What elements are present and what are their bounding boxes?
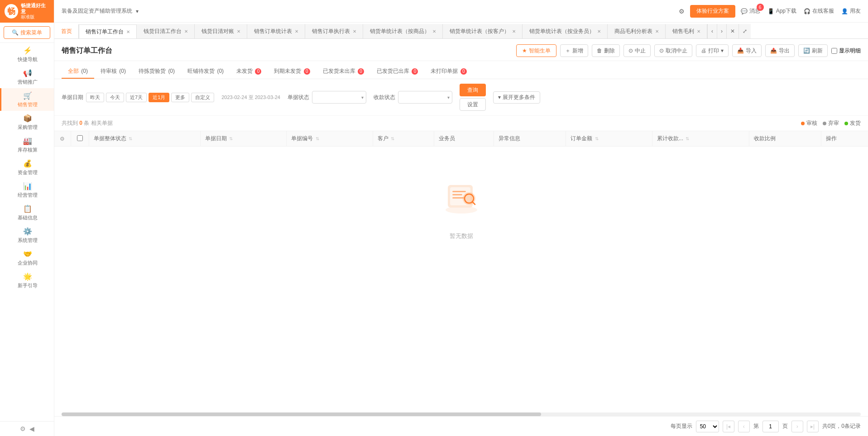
query-button[interactable]: 查询 xyxy=(460,84,486,96)
subtab-pending-inspect[interactable]: 待拣货验货 (0) xyxy=(132,65,181,79)
prev-page-button[interactable]: ‹ xyxy=(738,421,750,432)
collapse-icon[interactable]: ◀ xyxy=(29,425,34,432)
sidebar-item-marketing[interactable]: 📢 营销推广 xyxy=(0,66,54,88)
date-range-display: 2023-02-24 至 2023-03-24 xyxy=(221,94,280,101)
tab-cash-daily[interactable]: 钱货日清工作台 ✕ xyxy=(137,24,195,38)
expand-conditions-button[interactable]: ▾ 展开更多条件 xyxy=(493,91,540,104)
ship-action[interactable]: 发货 xyxy=(844,119,861,127)
next-page-button[interactable]: › xyxy=(791,421,803,432)
date-more-button[interactable]: 更多 xyxy=(171,93,189,102)
scrollbar-thumb[interactable] xyxy=(62,412,541,416)
sort-date-icon[interactable]: ⇅ xyxy=(229,136,233,141)
tab-close-cash-reconcile[interactable]: ✕ xyxy=(237,29,240,34)
search-menu-button[interactable]: 🔍 搜索菜单 xyxy=(4,26,50,39)
date-custom-button[interactable]: 自定义 xyxy=(191,93,214,102)
subtab-shipped-out[interactable]: 已发货已出库 0 xyxy=(370,65,424,79)
page-header: 销售订单工作台 ★ 智能生单 ＋ 新增 🗑 删除 ⊙ xyxy=(54,39,868,61)
tab-sales-exec[interactable]: 销售订单执行表 ✕ xyxy=(305,24,363,38)
sidebar-item-purchase[interactable]: 📦 采购管理 xyxy=(0,111,54,133)
show-detail-label[interactable]: 显示明细 xyxy=(831,47,861,55)
tab-close-sales-workbench[interactable]: ✕ xyxy=(126,29,130,34)
subtab-pending-review[interactable]: 待审核 (0) xyxy=(94,65,132,79)
tab-close-sales-stat[interactable]: ✕ xyxy=(295,29,298,34)
cancel-stop-button[interactable]: ⊙ 取消中止 xyxy=(654,44,692,57)
tab-gross-margin[interactable]: 商品毛利分析表 ✕ xyxy=(608,24,666,38)
subtab-all[interactable]: 全部 (0) xyxy=(62,65,94,79)
tab-prev-button[interactable]: ‹ xyxy=(707,24,717,38)
add-button[interactable]: ＋ 新增 xyxy=(560,44,588,57)
subtab-not-printed[interactable]: 未打印单据 0 xyxy=(424,65,473,79)
date-today-button[interactable]: 今天 xyxy=(106,93,124,102)
sort-status-icon[interactable]: ⇅ xyxy=(129,136,132,141)
th-checkbox[interactable] xyxy=(71,131,89,147)
reject-action[interactable]: 弃审 xyxy=(823,119,839,127)
show-detail-checkbox[interactable] xyxy=(831,48,837,54)
payment-select[interactable] xyxy=(398,91,452,104)
export-button[interactable]: 📤 导出 xyxy=(765,44,795,57)
settings-icon[interactable]: ⚙ xyxy=(679,8,685,15)
subtab-wangpu-pending[interactable]: 旺铺待发货 (0) xyxy=(181,65,230,79)
date-7days-button[interactable]: 近7天 xyxy=(126,93,147,102)
tab-sales-stat-staff[interactable]: 销货单统计表（按业务员） ✕ xyxy=(523,24,608,38)
last-page-button[interactable]: ▸| xyxy=(807,421,819,432)
print-button[interactable]: 🖨 打印 ▾ xyxy=(696,44,729,57)
horizontal-scrollbar[interactable] xyxy=(62,412,861,416)
select-all-checkbox[interactable] xyxy=(77,135,83,141)
sort-number-icon[interactable]: ⇅ xyxy=(316,136,319,141)
user-button[interactable]: 👤 用友 xyxy=(841,7,861,15)
sort-customer-icon[interactable]: ⇅ xyxy=(391,136,394,141)
settings-bottom-icon[interactable]: ⚙ xyxy=(20,425,26,432)
tab-close-gross-margin[interactable]: ✕ xyxy=(655,29,659,34)
sidebar-item-finance[interactable]: 💰 资金管理 xyxy=(0,156,54,179)
stop-button[interactable]: ⊙ 中止 xyxy=(623,44,651,57)
tab-next-button[interactable]: › xyxy=(717,24,726,38)
tab-close-sales-stat-customer[interactable]: ✕ xyxy=(512,29,516,34)
tab-close-sales-more[interactable]: ✕ xyxy=(697,29,700,34)
purchase-icon: 📦 xyxy=(23,114,32,123)
tab-close-sales-exec[interactable]: ✕ xyxy=(353,29,356,34)
subtab-not-shipped[interactable]: 未发货 0 xyxy=(230,65,268,79)
tab-sales-more[interactable]: 销售毛利 ✕ xyxy=(666,24,707,38)
tab-close-sales-stat-product[interactable]: ✕ xyxy=(432,29,436,34)
sidebar-item-inventory[interactable]: 🏭 库存核算 xyxy=(0,133,54,156)
sidebar-item-enterprise[interactable]: 🤝 企业协同 xyxy=(0,246,54,269)
sidebar-item-guide[interactable]: 🌟 新手引导 xyxy=(0,269,54,292)
tab-sales-stat-product[interactable]: 销货单统计表（按商品） ✕ xyxy=(363,24,443,38)
sidebar-item-sales[interactable]: 🛒 销售管理 xyxy=(0,88,54,111)
date-1month-button[interactable]: 近1月 xyxy=(149,93,169,102)
tab-sales-workbench[interactable]: 销售订单工作台 ✕ xyxy=(79,24,137,39)
tab-home[interactable]: 首页 xyxy=(54,24,79,38)
subtab-shipped-not-out[interactable]: 已发货未出库 0 xyxy=(317,65,370,79)
tab-close-all-button[interactable]: ✕ xyxy=(726,24,739,38)
smart-generate-button[interactable]: ★ 智能生单 xyxy=(516,44,556,57)
tab-sales-stat-customer[interactable]: 销货单统计表（按客户） ✕ xyxy=(443,24,523,38)
status-select[interactable] xyxy=(312,91,366,104)
tab-close-sales-stat-staff[interactable]: ✕ xyxy=(597,29,601,34)
tab-close-cash-daily[interactable]: ✕ xyxy=(184,29,188,34)
first-page-button[interactable]: |◂ xyxy=(723,421,734,432)
date-yesterday-button[interactable]: 昨天 xyxy=(86,93,104,102)
dropdown-icon[interactable]: ▾ xyxy=(136,8,139,14)
solution-button[interactable]: 体验行业方案 xyxy=(690,5,735,18)
delete-button[interactable]: 🗑 删除 xyxy=(592,44,620,57)
sidebar-item-operation[interactable]: 📊 经营管理 xyxy=(0,179,54,201)
app-download-button[interactable]: 📱 App下载 xyxy=(767,7,796,15)
tab-cash-reconcile[interactable]: 钱货日清对账 ✕ xyxy=(195,24,247,38)
tab-sales-stat[interactable]: 销售订单统计表 ✕ xyxy=(247,24,305,38)
tab-fullscreen-button[interactable]: ⤢ xyxy=(739,24,751,38)
sort-amount-icon[interactable]: ⇅ xyxy=(595,136,599,141)
page-input[interactable] xyxy=(762,421,779,432)
sort-collected-icon[interactable]: ⇅ xyxy=(686,136,689,141)
online-service-button[interactable]: 🎧 在线客服 xyxy=(804,7,834,15)
sidebar-item-quick-nav[interactable]: ⚡ 快捷导航 xyxy=(0,43,54,66)
refresh-button[interactable]: 🔄 刷新 xyxy=(798,44,828,57)
import-button[interactable]: 📥 导入 xyxy=(732,44,762,57)
settings-button[interactable]: 设置 xyxy=(460,98,486,111)
th-settings[interactable]: ⚙ xyxy=(54,131,71,147)
per-page-select[interactable]: 50 100 200 xyxy=(696,421,719,432)
sidebar-item-system[interactable]: ⚙️ 系统管理 xyxy=(0,224,54,246)
sidebar-item-basic[interactable]: 📋 基础信息 xyxy=(0,201,54,224)
review-action[interactable]: 审核 xyxy=(801,119,817,127)
subtab-expired-not-shipped[interactable]: 到期未发货 0 xyxy=(268,65,316,79)
message-button[interactable]: 💬 消息 6 xyxy=(741,7,760,15)
